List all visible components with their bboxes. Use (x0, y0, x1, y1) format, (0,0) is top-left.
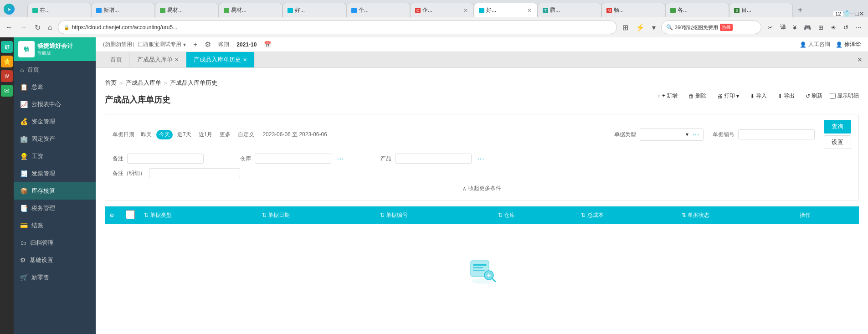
lightning-btn[interactable]: ⚡ (634, 21, 647, 34)
sidebar-item-payroll[interactable]: 👷 工资 (14, 148, 96, 165)
table-header-warehouse[interactable]: ⇅ 仓库 (493, 206, 577, 224)
page-tab-inventory-history[interactable]: 产成品入库单历史 ✕ (186, 52, 255, 67)
dropdown-btn[interactable]: ▾ (650, 21, 657, 34)
new-btn[interactable]: + + 新增 (654, 91, 681, 101)
date-btn-more[interactable]: 更多 (217, 130, 233, 139)
sidebar-item-home[interactable]: ⌂ 首页 (14, 61, 96, 78)
sidebar-item-fixed-assets[interactable]: 🏢 固定资产 (14, 130, 96, 148)
sidebar-item-archive-mgmt[interactable]: 🗂 归档管理 (14, 234, 96, 252)
tab-close-btn[interactable]: ✕ (526, 7, 533, 14)
tab-item[interactable]: 易材... (219, 3, 282, 17)
date-btn-today[interactable]: 今天 (156, 130, 173, 139)
query-btn[interactable]: 查询 (824, 120, 851, 134)
human-service-btn[interactable]: 👤 人工咨询 (800, 41, 830, 48)
collapse-btn[interactable]: ∧ 收起更多条件 (113, 182, 851, 195)
app-icon-star[interactable]: ⭐ (1, 56, 13, 67)
page-tab-inventory-list[interactable]: 产成品入库单 ✕ (130, 52, 186, 67)
export-btn[interactable]: ⬆ 导出 (774, 91, 798, 101)
home-btn[interactable]: ⌂ (46, 21, 54, 33)
warehouse-input[interactable] (255, 154, 331, 164)
table-header-checkbox[interactable] (121, 206, 139, 224)
user-info[interactable]: 👤 徐泽华 (836, 41, 861, 48)
new-tab-btn[interactable]: + (793, 3, 807, 17)
tab-item[interactable]: T 腾... (538, 3, 601, 17)
detail-note-input[interactable] (149, 168, 240, 178)
tab-item[interactable]: 好... (282, 3, 346, 17)
breadcrumb-home[interactable]: 首页 (105, 79, 117, 87)
tab-close-btn[interactable]: ✕ (462, 7, 469, 14)
table-header-settings[interactable]: ⚙ (105, 206, 121, 224)
table-header-date[interactable]: ⇅ 单据日期 (257, 206, 375, 224)
forward-btn[interactable]: → (18, 21, 29, 33)
table-header-status[interactable]: ⇅ 单据状态 (677, 206, 795, 224)
delete-btn[interactable]: 🗑 删除 (685, 91, 710, 101)
note-input[interactable] (127, 154, 204, 164)
table-header-type[interactable]: ⇅ 单据类型 (139, 206, 257, 224)
tab-item[interactable]: M 畅... (601, 3, 665, 17)
apps-btn[interactable]: ⊞ (816, 23, 826, 32)
page-tab-home[interactable]: 首页 (103, 52, 130, 67)
import-btn[interactable]: ⬇ 导入 (746, 91, 770, 101)
gamepad-btn[interactable]: 🎮 (801, 23, 814, 32)
scissors-btn[interactable]: ✂ (765, 23, 776, 32)
app-icon-main[interactable]: 好 (1, 41, 13, 53)
date-btn-custom[interactable]: 自定义 (235, 130, 257, 139)
app-icon-mail[interactable]: ✉ (1, 85, 13, 97)
grid-btn[interactable]: ⊞ (621, 21, 630, 34)
show-detail-input[interactable] (830, 93, 836, 99)
settings-gear-icon[interactable]: ⚙ (109, 212, 114, 219)
tab-close-icon[interactable]: ✕ (243, 57, 247, 63)
translate-btn[interactable]: 译 (777, 22, 789, 33)
sidebar-item-invoice-mgmt[interactable]: 🧾 发票管理 (14, 165, 96, 182)
table-header-total-cost[interactable]: ⇅ 总成本 (576, 206, 677, 224)
sidebar-item-tax-mgmt[interactable]: 📑 税务管理 (14, 200, 96, 217)
tab-item[interactable]: C 企... ✕ (410, 3, 474, 17)
minimize-btn[interactable]: ─ (851, 10, 855, 17)
tab-item-active[interactable]: 好... ✕ (474, 3, 538, 17)
tab-item[interactable]: S 目... (729, 3, 793, 17)
maximize-btn[interactable]: □ (855, 10, 859, 17)
tab-close-icon[interactable]: ✕ (175, 57, 179, 63)
search-bar[interactable]: 🔍 360智能抠图免费用 热搜 (661, 21, 761, 34)
breadcrumb-list[interactable]: 产成品入库单 (126, 79, 161, 87)
warehouse-more-btn[interactable]: ⋯ (337, 154, 344, 163)
close-all-btn[interactable]: ✕ (852, 53, 868, 66)
tab-item[interactable]: 新增... (91, 3, 155, 17)
select-all-checkbox[interactable] (126, 210, 135, 219)
sidebar-item-settlement[interactable]: 💳 结账 (14, 217, 96, 234)
shirt-icon[interactable]: 👕 (843, 10, 851, 17)
setting-btn[interactable]: 设置 (824, 135, 851, 149)
tab-item[interactable]: 各... (665, 3, 729, 17)
tab-item[interactable]: 在... (27, 3, 91, 17)
product-more-btn[interactable]: ⋯ (477, 154, 484, 163)
sidebar-item-new-retail[interactable]: 🛒 新零售 (14, 269, 96, 286)
refresh-btn[interactable]: ↺ 刷新 (802, 91, 826, 101)
number-input[interactable] (738, 129, 815, 139)
sun-btn[interactable]: ☀ (828, 23, 839, 32)
close-btn[interactable]: ✕ (859, 10, 864, 17)
sidebar-item-fund-mgmt[interactable]: 💰 资金管理 (14, 113, 96, 130)
url-bar[interactable]: 🔒 https://cloud.chanjet.com/accounting/u… (58, 21, 617, 34)
add-org-btn[interactable]: + (193, 41, 197, 49)
show-detail-checkbox[interactable]: 显示明细 (830, 92, 859, 100)
refresh-btn[interactable]: ↻ (33, 21, 42, 34)
sidebar-item-general-ledger[interactable]: 📋 总账 (14, 78, 96, 96)
table-header-number[interactable]: ⇅ 单据编号 (375, 206, 493, 224)
tab-item[interactable]: 个... (346, 3, 410, 17)
settings-btn[interactable]: ⚙ (205, 40, 211, 49)
reload-btn[interactable]: ↺ (841, 23, 851, 32)
app-icon-wb[interactable]: W (1, 70, 13, 82)
print-btn[interactable]: 🖨 打印 ▾ (714, 91, 743, 101)
type-more-btn[interactable]: ⋯ (692, 130, 699, 139)
date-btn-1month[interactable]: 近1月 (196, 130, 216, 139)
org-selector[interactable]: (勿删勿禁用）江西服宝测试专用 ▾ (103, 41, 186, 48)
type-select[interactable]: ▾ ⋯ (640, 128, 704, 141)
sidebar-item-inventory[interactable]: 📦 库存核算 (14, 182, 96, 200)
yen-btn[interactable]: ¥ (791, 23, 799, 32)
calendar-icon[interactable]: 📅 (264, 41, 271, 48)
product-input[interactable] (395, 154, 472, 164)
date-btn-7days[interactable]: 近7天 (175, 130, 194, 139)
more-btn[interactable]: ⋯ (853, 23, 864, 32)
sidebar-item-basic-settings[interactable]: ⚙ 基础设置 (14, 252, 96, 269)
tab-item[interactable]: 易材... (155, 3, 219, 17)
